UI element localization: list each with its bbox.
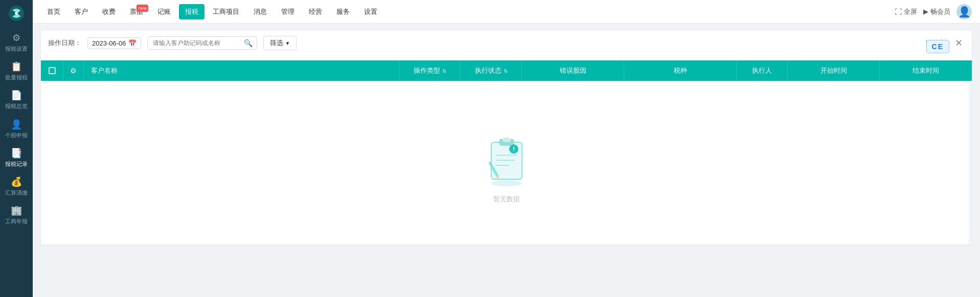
sidebar-item-piliangbaoshui[interactable]: 📋 批量报税 xyxy=(0,56,33,85)
baoshui-shezhi-icon: ⚙ xyxy=(10,32,22,44)
nav-baoshui[interactable]: 报税 xyxy=(179,4,204,19)
ce-badge: CE xyxy=(926,40,949,53)
date-value: 2023-06-06 xyxy=(92,39,126,47)
sort-icon-optype: ⇅ xyxy=(442,68,446,74)
filter-button[interactable]: 筛选 ▼ xyxy=(263,36,297,50)
search-box: 🔍 xyxy=(147,36,257,50)
nav-gongshang[interactable]: 工商项目 xyxy=(207,4,245,19)
nav-guanli[interactable]: 管理 xyxy=(275,4,301,19)
calendar-icon: 📅 xyxy=(128,39,136,47)
fullscreen-icon: ⛶ xyxy=(895,8,902,16)
select-all-checkbox[interactable] xyxy=(49,67,56,74)
fullscreen-btn[interactable]: ⛶ 全屏 xyxy=(895,7,917,16)
th-error: 错误股因 xyxy=(522,60,624,81)
nav-jizhang[interactable]: 记账 xyxy=(151,4,177,19)
huisuan-icon: 💰 xyxy=(10,176,22,188)
th-checkbox[interactable] xyxy=(41,60,63,81)
sidebar-item-huisuan[interactable]: 💰 汇算清缴 xyxy=(0,172,33,200)
th-executor: 执行人 xyxy=(737,60,788,81)
nav-fuwu[interactable]: 服务 xyxy=(330,4,356,19)
sidebar-item-gongshangnianba-label: 工商年报 xyxy=(5,218,28,225)
nav-piaoju[interactable]: 票据 new xyxy=(124,4,149,19)
main-area: 首页 客户 收费 票据 new 记账 报税 工商项目 消息 管理 经营 服务 设… xyxy=(33,0,980,297)
filter-bar: 操作日期： 2023-06-06 📅 🔍 筛选 ▼ ↻ 刷新 xyxy=(41,31,972,55)
baoshuijilu-icon: 📑 xyxy=(10,147,22,159)
sidebar-item-huisuan-label: 汇算清缴 xyxy=(5,189,28,196)
th-tax: 税种 xyxy=(624,60,737,81)
th-status[interactable]: 执行状态 ⇅ xyxy=(461,60,522,81)
content-area: 操作日期： 2023-06-06 📅 🔍 筛选 ▼ ↻ 刷新 xyxy=(33,24,980,297)
empty-state: ! 暂无数据 xyxy=(41,81,972,245)
nav-shezhi[interactable]: 设置 xyxy=(358,4,383,19)
sidebar-item-baoshuijilu[interactable]: 📑 报税记录 xyxy=(0,143,33,172)
empty-text: 暂无数据 xyxy=(493,195,520,204)
filter-label-text: 筛选 xyxy=(270,38,283,48)
search-input[interactable] xyxy=(148,37,240,49)
svg-rect-5 xyxy=(503,138,511,142)
nav-shoufei[interactable]: 收费 xyxy=(96,4,122,19)
sidebar-item-baoshui-shezhi[interactable]: ⚙ 报税设置 xyxy=(0,28,33,56)
table-body: ! 暂无数据 xyxy=(41,81,972,245)
close-button[interactable]: ✕ xyxy=(953,37,965,49)
sidebar-item-geshuishenbao[interactable]: 👤 个税申报 xyxy=(0,114,33,143)
new-badge: new xyxy=(136,5,148,12)
nav-customer[interactable]: 客户 xyxy=(69,4,94,19)
chevron-down-icon: ▼ xyxy=(285,40,290,46)
sidebar-item-baoshui-shezhi-label: 报税设置 xyxy=(5,46,28,52)
top-navigation: 首页 客户 收费 票据 new 记账 报税 工商项目 消息 管理 经营 服务 设… xyxy=(33,0,980,24)
sidebar: ⚙ 报税设置 📋 批量报税 📄 报税总览 👤 个税申报 📑 报税记录 💰 汇算清… xyxy=(0,0,33,297)
settings-icon: ⚙ xyxy=(70,67,77,75)
th-starttime: 开始时间 xyxy=(788,60,880,81)
nav-items: 首页 客户 收费 票据 new 记账 报税 工商项目 消息 管理 经营 服务 设… xyxy=(41,4,895,19)
date-label: 操作日期： xyxy=(48,38,81,48)
topnav-right: ⛶ 全屏 ▶ 畅会员 👤 xyxy=(895,4,972,19)
nav-jingying[interactable]: 经营 xyxy=(303,4,328,19)
sort-icon-status: ⇅ xyxy=(504,68,508,74)
nav-home[interactable]: 首页 xyxy=(41,4,66,19)
th-settings[interactable]: ⚙ xyxy=(63,60,84,81)
nav-xiaoxi[interactable]: 消息 xyxy=(247,4,273,19)
table-container: ⚙ 客户名称 操作类型 ⇅ 执行状态 ⇅ 错误股因 xyxy=(41,60,972,245)
geshuishenbao-icon: 👤 xyxy=(10,118,22,131)
member-btn[interactable]: ▶ 畅会员 xyxy=(923,7,950,16)
table-header: ⚙ 客户名称 操作类型 ⇅ 执行状态 ⇅ 错误股因 xyxy=(41,60,972,81)
sidebar-item-baoshuizonglan-label: 报税总览 xyxy=(5,103,28,110)
baoshuizonglan-icon: 📄 xyxy=(10,89,22,101)
sidebar-item-gongshangnianba[interactable]: 🏢 工商年报 xyxy=(0,200,33,229)
play-icon: ▶ xyxy=(923,8,928,15)
th-endtime: 结束时间 xyxy=(880,60,972,81)
search-button[interactable]: 🔍 xyxy=(240,37,257,49)
app-logo[interactable] xyxy=(7,4,26,23)
empty-illustration: ! xyxy=(481,132,532,188)
th-client: 客户名称 xyxy=(84,60,399,81)
sidebar-item-baoshuijilu-label: 报税记录 xyxy=(5,161,28,167)
scrollbar[interactable] xyxy=(969,81,972,245)
piliangbaoshui-icon: 📋 xyxy=(10,60,22,73)
member-label: 畅会员 xyxy=(930,7,950,16)
svg-text:!: ! xyxy=(513,146,515,152)
svg-point-2 xyxy=(491,180,522,186)
sidebar-item-piliangbaoshui-label: 批量报税 xyxy=(5,74,28,81)
sidebar-item-geshuishenbao-label: 个税申报 xyxy=(5,132,28,139)
svg-point-1 xyxy=(15,12,18,15)
date-picker[interactable]: 2023-06-06 📅 xyxy=(87,37,141,49)
fullscreen-label: 全屏 xyxy=(904,7,917,16)
th-optype[interactable]: 操作类型 ⇅ xyxy=(399,60,461,81)
gongshangnianba-icon: 🏢 xyxy=(10,204,22,217)
sidebar-item-baoshuizonglan[interactable]: 📄 报税总览 xyxy=(0,85,33,114)
user-avatar[interactable]: 👤 xyxy=(956,4,972,19)
